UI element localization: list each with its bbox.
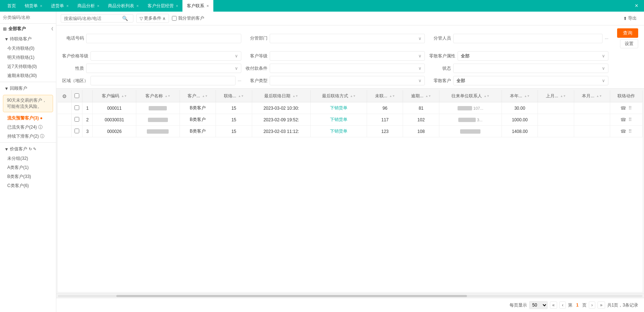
nav-customer-link-close[interactable]: × (206, 4, 209, 8)
this-year-sort-icon: ▲▼ (524, 94, 530, 98)
nav-home[interactable]: 首页 (3, 0, 20, 12)
refresh-icon[interactable]: ↻ (29, 147, 32, 151)
sidebar-item-reactivated[interactable]: 持续下滑客户(2) ⓘ (0, 132, 56, 141)
last-method-link-2[interactable]: 下销货单 (330, 129, 347, 134)
phone-icon-2[interactable]: ☎ (620, 129, 626, 134)
nav-analysis-list[interactable]: 商品分析列表 × (104, 0, 143, 12)
close-all-button[interactable]: × (632, 3, 641, 9)
row-checkbox-1[interactable] (75, 117, 79, 122)
col-type[interactable]: 客户... ▲▼ (180, 90, 216, 102)
col-last-month[interactable]: 上月... ▲▼ (538, 90, 574, 102)
field-person-select[interactable] (453, 34, 603, 43)
field-cust-grade-select[interactable]: ∨ (270, 51, 425, 61)
my-customers-check[interactable] (172, 16, 177, 21)
all-customers-title[interactable]: ⊞ 全部客户 《 (0, 24, 56, 34)
col-overdue[interactable]: 逾期... ▲▼ (403, 90, 439, 102)
edit-icon[interactable]: ✎ (33, 147, 36, 151)
filter-search-input[interactable] (64, 16, 122, 21)
sidebar-search-input[interactable] (3, 15, 56, 20)
field-cust-type-select[interactable]: ∨ (270, 76, 425, 85)
more-conditions-button[interactable]: ▽ 更多条件 ∧ (136, 14, 169, 23)
col-last-date[interactable]: 最后联络日期 ▲▼ (252, 90, 311, 102)
field-zero-cust-select[interactable]: 全部 ∨ (453, 76, 608, 85)
horizontal-scrollbar[interactable] (56, 293, 644, 298)
last-method-link-1[interactable]: 下销货单 (330, 117, 347, 122)
phone-icon-1[interactable]: ☎ (620, 117, 626, 122)
field-price-grade: 客户价格等级 ∨ (62, 51, 241, 61)
sidebar-item-b-class[interactable]: B类客户(33) (0, 172, 56, 181)
sidebar-item-ungrouped[interactable]: 未分组(32) (0, 154, 56, 163)
nav-analysis-list-close[interactable]: × (136, 4, 138, 8)
sidebar-item-churned[interactable]: 已流失客户(24) ⓘ (0, 123, 56, 132)
field-person-label: 分管人员 (429, 35, 451, 41)
first-page-button[interactable]: « (550, 301, 558, 309)
field-person-dots[interactable]: ··· (605, 36, 608, 41)
scroll-thumb[interactable] (116, 295, 467, 297)
nav-purchase[interactable]: 进货单 × (47, 0, 73, 12)
nav-home-label: 首页 (7, 3, 16, 9)
col-no-contact[interactable]: 未联... ▲▼ (367, 90, 403, 102)
cell-last-method-0[interactable]: 下销货单 (311, 102, 367, 114)
sidebar-item-churn-warning[interactable]: 流失预警客户(3) ● (0, 114, 56, 123)
cell-last-method-1[interactable]: 下销货单 (311, 114, 367, 126)
select-all-checkbox[interactable] (75, 93, 79, 98)
row-checkbox-2[interactable] (75, 129, 79, 133)
nav-purchase-close[interactable]: × (66, 4, 68, 8)
settings-button[interactable]: 设置 (620, 39, 638, 48)
field-region-dots[interactable]: ··· (238, 78, 241, 83)
menu-icon-2[interactable]: ⠿ (628, 129, 632, 134)
row-checkbox-0[interactable] (75, 105, 79, 110)
cust-type-caret-icon: ∨ (418, 78, 422, 83)
field-phone-input[interactable] (86, 34, 241, 43)
col-name[interactable]: 客户名称 ▲▼ (136, 90, 180, 102)
nav-customer-tier[interactable]: 客户分层经营 × (143, 0, 182, 12)
scroll-track[interactable] (58, 295, 643, 297)
sidebar-item-today[interactable]: 今天待联络(0) (0, 44, 56, 53)
field-dept-select[interactable]: ∨ (270, 34, 425, 43)
per-page-select[interactable]: 50 100 (529, 301, 548, 309)
cell-last-method-2[interactable]: 下销货单 (311, 126, 367, 137)
field-payment-select[interactable]: ∨ (270, 64, 425, 73)
field-zero-attr-select[interactable]: 全部 ∨ (458, 51, 608, 61)
menu-icon-0[interactable]: ⠿ (628, 105, 632, 111)
nav-sales[interactable]: 销货单 × (20, 0, 47, 12)
last-method-link-0[interactable]: 下销货单 (330, 105, 347, 110)
col-this-month[interactable]: 本月... ▲▼ (574, 90, 610, 102)
nav-analysis[interactable]: 商品分析 × (73, 0, 104, 12)
nav-sales-close[interactable]: × (40, 4, 42, 8)
filter-search-icon[interactable]: 🔍 (122, 16, 128, 21)
gear-icon[interactable]: ⚙ (62, 93, 67, 99)
prev-page-button[interactable]: ‹ (559, 301, 566, 309)
sidebar-group-churn[interactable]: ▼ 回顾客户 (0, 84, 56, 93)
col-last-method[interactable]: 最后联络方式 ▲▼ (311, 90, 367, 102)
col-unit-contact[interactable]: 往来单位联系人 ▲▼ (439, 90, 502, 102)
export-button[interactable]: ⬆ 导出 (620, 14, 640, 23)
sidebar-item-tomorrow[interactable]: 明天待联络(1) (0, 53, 56, 62)
nav-customer-link[interactable]: 客户联系 × (182, 0, 213, 12)
field-nature-select[interactable]: ∨ (86, 64, 241, 73)
last-page-button[interactable]: » (597, 301, 605, 309)
next-page-button[interactable]: › (589, 301, 595, 309)
sidebar-item-overdue[interactable]: 逾期未联络(30) (0, 71, 56, 80)
phone-icon-0[interactable]: ☎ (620, 105, 626, 111)
cell-index-1: 2 (82, 114, 93, 126)
field-payment: 收付款条件 ∨ (246, 64, 425, 73)
field-price-grade-select[interactable]: ∨ (90, 51, 241, 61)
query-button[interactable]: 查询 (617, 28, 638, 38)
sidebar-item-c-class[interactable]: C类客户(6) (0, 181, 56, 190)
col-code[interactable]: 客户编码 ▲▼ (93, 90, 136, 102)
col-gear[interactable]: ⚙ (58, 90, 71, 102)
sidebar-group-value[interactable]: ▼ 价值客户 ↻ ✎ (0, 144, 56, 154)
nav-customer-tier-close[interactable]: × (176, 4, 178, 8)
col-this-year[interactable]: 本年... ▲▼ (502, 90, 538, 102)
my-customers-checkbox[interactable]: 我分管的客户 (172, 15, 204, 21)
col-contact[interactable]: 联络... ▲▼ (216, 90, 252, 102)
menu-icon-1[interactable]: ⠿ (628, 117, 632, 122)
cell-last-date-0: 2023-03-02 10:30: (252, 102, 311, 114)
field-status-select[interactable]: ∨ (453, 64, 608, 73)
nav-analysis-close[interactable]: × (97, 4, 99, 8)
sidebar-item-week[interactable]: 近7天待联络(0) (0, 62, 56, 71)
sidebar-item-a-class[interactable]: A类客户(1) (0, 163, 56, 172)
sidebar-group-pending[interactable]: ▼ 待联络客户 (0, 34, 56, 44)
field-region-select[interactable] (90, 76, 236, 85)
